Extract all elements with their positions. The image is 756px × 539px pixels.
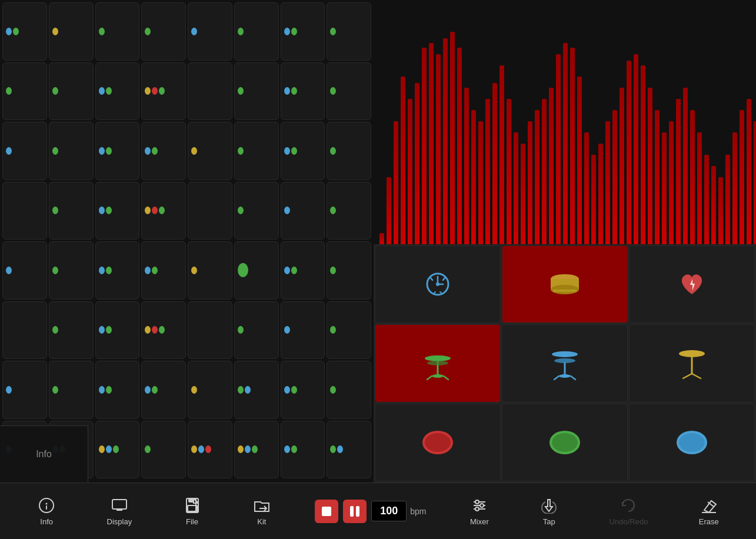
- grid-cell[interactable]: [141, 241, 186, 300]
- spectrum-bar: [620, 88, 624, 244]
- grid-cell[interactable]: [141, 361, 186, 419]
- grid-cell[interactable]: [234, 421, 279, 479]
- pad-kick-drum[interactable]: [375, 404, 501, 481]
- pause-button[interactable]: [343, 500, 367, 523]
- dot-blue: [284, 445, 290, 453]
- grid-cell[interactable]: [95, 122, 140, 180]
- grid-cell[interactable]: [327, 421, 371, 479]
- grid-cell[interactable]: [327, 241, 371, 300]
- pad-alarm-cymbal[interactable]: [375, 245, 501, 323]
- grid-cell[interactable]: [327, 122, 371, 180]
- pad-snare-drum[interactable]: [502, 245, 628, 323]
- pad-ride-cymbal[interactable]: [629, 324, 755, 402]
- pad-grid: [374, 244, 756, 483]
- grid-cell[interactable]: [281, 301, 325, 360]
- grid-cell[interactable]: [327, 301, 371, 360]
- spectrum-bar: [591, 155, 596, 244]
- grid-cell[interactable]: [281, 62, 325, 121]
- grid-cell[interactable]: [2, 182, 47, 240]
- grid-cell[interactable]: [49, 122, 94, 180]
- grid-cell[interactable]: [2, 2, 47, 61]
- grid-cell[interactable]: [49, 182, 94, 240]
- spectrum-bar: [457, 48, 462, 244]
- pad-crash-cymbal[interactable]: [629, 404, 755, 481]
- dot-blue: [99, 147, 105, 155]
- grid-cell[interactable]: [327, 361, 371, 419]
- grid-cell[interactable]: [95, 301, 140, 360]
- erase-button[interactable]: Erase: [692, 491, 726, 531]
- grid-cell[interactable]: [2, 241, 47, 300]
- dot-blue: [245, 386, 251, 394]
- grid-cell[interactable]: [2, 301, 47, 360]
- grid-cell[interactable]: [281, 241, 325, 300]
- grid-cell[interactable]: [49, 2, 94, 61]
- grid-cell[interactable]: [95, 361, 140, 419]
- grid-cell[interactable]: [234, 301, 279, 360]
- info-button[interactable]: Info: [30, 491, 63, 531]
- grid-cell[interactable]: [2, 62, 47, 121]
- grid-cell[interactable]: [281, 421, 325, 479]
- dot-blue: [6, 386, 12, 394]
- grid-cell[interactable]: [95, 241, 140, 300]
- svg-line-5: [443, 277, 445, 280]
- grid-cell[interactable]: [2, 122, 47, 180]
- pad-hihat-open[interactable]: [502, 324, 628, 402]
- grid-cell[interactable]: [141, 122, 186, 180]
- grid-cell[interactable]: [95, 62, 140, 121]
- dot-green: [145, 28, 151, 35]
- undoredo-icon: [619, 496, 638, 515]
- grid-cell[interactable]: [49, 62, 94, 121]
- grid-cell[interactable]: [188, 301, 232, 360]
- info-icon: [37, 496, 56, 515]
- grid-cell[interactable]: [234, 361, 279, 419]
- grid-cell[interactable]: [327, 182, 371, 240]
- grid-cell[interactable]: [49, 301, 94, 360]
- grid-cell[interactable]: [188, 2, 232, 61]
- undoredo-button[interactable]: Undo/Redo: [602, 491, 655, 531]
- grid-cell[interactable]: [188, 421, 232, 479]
- spectrum-bar: [711, 166, 716, 244]
- kit-button[interactable]: Kit: [245, 491, 278, 531]
- grid-cell[interactable]: [234, 2, 279, 61]
- tap-button[interactable]: Tap: [532, 491, 565, 531]
- grid-cell[interactable]: [141, 62, 186, 121]
- grid-cell[interactable]: [2, 361, 47, 419]
- grid-cell[interactable]: [49, 361, 94, 419]
- undoredo-label: Undo/Redo: [610, 517, 648, 526]
- grid-cell[interactable]: [141, 301, 186, 360]
- grid-cell[interactable]: [188, 241, 232, 300]
- grid-cell[interactable]: [281, 2, 325, 61]
- pad-hihat-closed[interactable]: [375, 324, 501, 402]
- grid-cell[interactable]: [188, 182, 232, 240]
- stop-button[interactable]: [315, 500, 338, 523]
- grid-cell[interactable]: [95, 182, 140, 240]
- grid-cell[interactable]: [49, 241, 94, 300]
- bpm-value[interactable]: 100: [371, 501, 407, 521]
- grid-cell[interactable]: [281, 122, 325, 180]
- display-button[interactable]: Display: [100, 491, 139, 531]
- grid-cell[interactable]: [141, 421, 186, 479]
- grid-cell[interactable]: [188, 122, 232, 180]
- grid-row: [2, 2, 371, 61]
- grid-cell[interactable]: [95, 421, 140, 479]
- grid-cell[interactable]: [281, 361, 325, 419]
- grid-cell[interactable]: [234, 241, 279, 300]
- grid-cell[interactable]: [141, 2, 186, 61]
- mixer-button[interactable]: Mixer: [463, 491, 496, 531]
- pad-heart-beat[interactable]: [629, 245, 755, 323]
- dot-blue: [198, 445, 204, 453]
- grid-cell[interactable]: [95, 2, 140, 61]
- grid-cell[interactable]: [327, 62, 371, 121]
- grid-cell[interactable]: [234, 182, 279, 240]
- grid-cell[interactable]: [188, 361, 232, 419]
- dot-blue: [284, 207, 290, 214]
- pad-floor-tom[interactable]: [502, 404, 628, 481]
- grid-cell[interactable]: [281, 182, 325, 240]
- grid-cell[interactable]: [188, 62, 232, 121]
- grid-cell[interactable]: [327, 2, 371, 61]
- file-button[interactable]: File: [176, 491, 209, 531]
- grid-cell[interactable]: [141, 182, 186, 240]
- spectrum-bar: [732, 132, 737, 244]
- grid-cell[interactable]: [234, 62, 279, 121]
- grid-cell[interactable]: [234, 122, 279, 180]
